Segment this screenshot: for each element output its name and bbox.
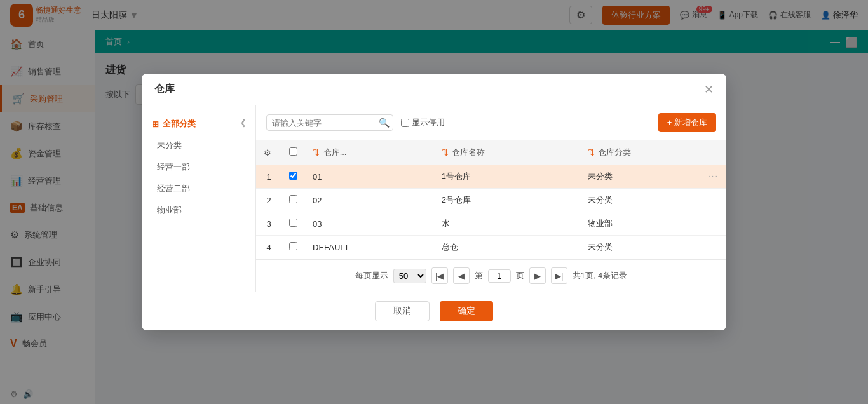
select-all-checkbox[interactable] xyxy=(289,147,297,156)
grid-icon: ⊞ xyxy=(152,119,159,129)
page-size-select[interactable]: 50 10 20 100 xyxy=(393,269,426,283)
row-checkbox-cell xyxy=(281,236,305,259)
modal-toolbar: 🔍 显示停用 + 新增仓库 xyxy=(256,105,726,140)
row-checkbox-cell xyxy=(281,212,305,236)
table-gear-icon[interactable]: ⚙ xyxy=(264,148,271,158)
collapse-btn[interactable]: 《 xyxy=(236,118,245,130)
pagination: 每页显示 50 10 20 100 |◀ ◀ 第 页 ▶ ▶| 共1页, 4条记… xyxy=(256,259,726,292)
modal-left-panel: ⊞ 全部分类 《 未分类 经营一部 经营二部 物业部 xyxy=(142,105,256,292)
category-header: ⊞ 全部分类 《 xyxy=(142,113,255,135)
category-item-3[interactable]: 物业部 xyxy=(142,199,255,221)
modal-close-btn[interactable]: ✕ xyxy=(704,84,714,95)
last-page-btn[interactable]: ▶| xyxy=(551,267,567,284)
modal-right-panel: 🔍 显示停用 + 新增仓库 ⚙ xyxy=(256,105,726,292)
total-text: 共1页, 4条记录 xyxy=(573,270,628,281)
category-item-2[interactable]: 经营二部 xyxy=(142,178,255,199)
category-item-1[interactable]: 经营一部 xyxy=(142,156,255,178)
row-checkbox[interactable] xyxy=(289,172,297,180)
row-name: 总仓 xyxy=(434,236,580,259)
row-code: 01 xyxy=(305,165,434,189)
category-item-0[interactable]: 未分类 xyxy=(142,135,255,156)
table-row[interactable]: 4 DEFAULT 总仓 未分类 xyxy=(256,236,726,259)
row-name: 2号仓库 xyxy=(434,189,580,212)
row-checkbox[interactable] xyxy=(289,219,297,227)
row-index: 2 xyxy=(256,189,281,212)
row-checkbox-cell xyxy=(281,165,305,189)
row-name: 1号仓库 xyxy=(434,165,580,189)
page-input[interactable] xyxy=(488,269,511,283)
modal-table-wrap: ⚙ ⇅ 仓库... ⇅ xyxy=(256,140,726,259)
col-settings: ⚙ xyxy=(256,140,281,165)
row-checkbox[interactable] xyxy=(289,195,297,203)
row-code: DEFAULT xyxy=(305,236,434,259)
search-icon[interactable]: 🔍 xyxy=(379,118,390,128)
show-disabled-label[interactable]: 显示停用 xyxy=(401,117,445,128)
row-checkbox[interactable] xyxy=(289,242,297,250)
next-page-btn[interactable]: ▶ xyxy=(529,267,546,284)
table-row[interactable]: 2 02 2号仓库 未分类 xyxy=(256,189,726,212)
row-category: 未分类 ··· xyxy=(580,165,726,189)
col-name: ⇅ 仓库名称 xyxy=(434,140,580,165)
modal-title: 仓库 xyxy=(154,83,175,96)
row-index: 4 xyxy=(256,236,281,259)
table-header-row: ⚙ ⇅ 仓库... ⇅ xyxy=(256,140,726,165)
per-page-label: 每页显示 xyxy=(355,270,388,281)
prev-page-btn[interactable]: ◀ xyxy=(453,267,470,284)
modal-footer: 取消 确定 xyxy=(142,292,726,330)
sort-icon-code: ⇅ xyxy=(313,147,320,157)
sort-icon-category: ⇅ xyxy=(588,147,595,157)
modal-overlay: 仓库 ✕ ⊞ 全部分类 《 未分类 经营一部 经营二部 xyxy=(0,0,868,404)
table-row[interactable]: 1 01 1号仓库 未分类 ··· xyxy=(256,165,726,189)
col-checkbox xyxy=(281,140,305,165)
row-checkbox-cell xyxy=(281,189,305,212)
page-unit: 页 xyxy=(516,270,524,281)
show-disabled-checkbox[interactable] xyxy=(401,119,409,127)
confirm-btn[interactable]: 确定 xyxy=(440,301,493,321)
sort-icon-name: ⇅ xyxy=(442,147,449,157)
add-warehouse-btn[interactable]: + 新增仓库 xyxy=(658,113,716,132)
show-disabled-text: 显示停用 xyxy=(412,117,445,128)
table-row[interactable]: 3 03 水 物业部 xyxy=(256,212,726,236)
col-code: ⇅ 仓库... xyxy=(305,140,434,165)
col-category: ⇅ 仓库分类 xyxy=(580,140,726,165)
warehouse-table: ⚙ ⇅ 仓库... ⇅ xyxy=(256,140,726,259)
category-header-label: 全部分类 xyxy=(163,118,196,130)
row-category: 物业部 xyxy=(580,212,726,236)
page-label: 第 xyxy=(475,270,483,281)
modal-body: ⊞ 全部分类 《 未分类 经营一部 经营二部 物业部 xyxy=(142,105,726,292)
modal-header: 仓库 ✕ xyxy=(142,74,726,105)
row-name: 水 xyxy=(434,212,580,236)
row-index: 3 xyxy=(256,212,281,236)
first-page-btn[interactable]: |◀ xyxy=(431,267,448,284)
row-code: 03 xyxy=(305,212,434,236)
row-index: 1 xyxy=(256,165,281,189)
row-category: 未分类 xyxy=(580,236,726,259)
cancel-btn[interactable]: 取消 xyxy=(375,301,430,321)
row-category: 未分类 xyxy=(580,189,726,212)
row-action-dots[interactable]: ··· xyxy=(708,171,719,180)
warehouse-modal: 仓库 ✕ ⊞ 全部分类 《 未分类 经营一部 经营二部 xyxy=(142,74,726,330)
search-input[interactable] xyxy=(272,118,379,128)
search-box: 🔍 xyxy=(266,114,393,131)
row-code: 02 xyxy=(305,189,434,212)
